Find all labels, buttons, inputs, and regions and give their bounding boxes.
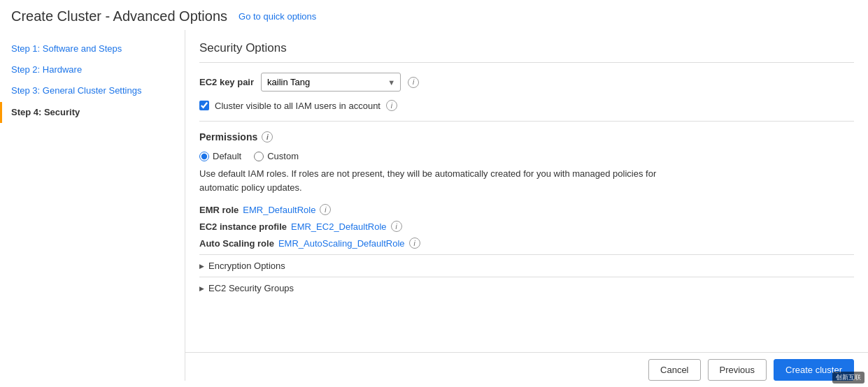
quick-options-link[interactable]: Go to quick options <box>239 11 316 22</box>
security-section-title: Security Options <box>199 30 854 63</box>
ec2-profile-link[interactable]: EMR_EC2_DefaultRole <box>291 221 387 232</box>
autoscaling-role-link[interactable]: EMR_AutoScaling_DefaultRole <box>278 238 405 249</box>
encryption-triangle-icon: ▶ <box>199 263 204 270</box>
custom-radio-label: Custom <box>267 151 299 161</box>
cluster-visible-info-icon: i <box>386 100 397 111</box>
encryption-options-label: Encryption Options <box>208 261 285 271</box>
watermark: 创新互联 <box>832 372 865 384</box>
ec2-profile-label: EC2 instance profile <box>199 221 287 232</box>
footer-bar: Cancel Previous Create cluster <box>185 352 868 387</box>
ec2-profile-info-icon: i <box>391 221 402 232</box>
cluster-visible-row: Cluster visible to all IAM users in acco… <box>199 100 854 111</box>
encryption-options-row[interactable]: ▶ Encryption Options <box>199 254 854 277</box>
page-header: Create Cluster - Advanced Options Go to … <box>0 0 868 30</box>
emr-role-link[interactable]: EMR_DefaultRole <box>243 205 315 215</box>
permissions-title: Permissions <box>199 131 257 143</box>
main-layout: Step 1: Software and Steps Step 2: Hardw… <box>0 30 868 381</box>
content-area: Security Options EC2 key pair kailin Tan… <box>185 30 868 381</box>
cancel-button[interactable]: Cancel <box>648 359 700 381</box>
ec2-security-groups-row[interactable]: ▶ EC2 Security Groups <box>199 277 854 299</box>
cluster-visible-checkbox[interactable] <box>199 101 209 110</box>
ec2-keypair-select-wrapper: kailin Tang ▼ <box>261 73 401 92</box>
custom-radio-option[interactable]: Custom <box>254 151 299 161</box>
previous-button[interactable]: Previous <box>708 359 767 381</box>
page-title: Create Cluster - Advanced Options <box>11 8 227 24</box>
divider-1 <box>199 121 854 122</box>
sidebar-item-step2[interactable]: Step 2: Hardware <box>0 59 185 80</box>
ec2-keypair-info-icon: i <box>408 77 419 88</box>
sidebar-item-step3[interactable]: Step 3: General Cluster Settings <box>0 80 185 101</box>
permissions-header: Permissions i <box>199 131 854 143</box>
permissions-info-icon: i <box>262 131 273 143</box>
ec2-profile-row: EC2 instance profile EMR_EC2_DefaultRole… <box>199 221 854 232</box>
permissions-radio-row: Default Custom <box>199 151 854 161</box>
ec2-keypair-select[interactable]: kailin Tang <box>261 73 401 92</box>
sidebar: Step 1: Software and Steps Step 2: Hardw… <box>0 30 185 381</box>
ec2-security-groups-label: EC2 Security Groups <box>208 283 294 293</box>
autoscaling-role-label: Auto Scaling role <box>199 238 274 249</box>
ec2-keypair-row: EC2 key pair kailin Tang ▼ i <box>199 73 854 92</box>
autoscaling-role-info-icon: i <box>409 238 420 249</box>
emr-role-label: EMR role <box>199 205 239 215</box>
ec2-security-groups-triangle-icon: ▶ <box>199 285 204 292</box>
autoscaling-role-row: Auto Scaling role EMR_AutoScaling_Defaul… <box>199 238 854 249</box>
ec2-keypair-label: EC2 key pair <box>199 77 254 87</box>
custom-radio[interactable] <box>254 152 264 161</box>
emr-role-info-icon: i <box>320 204 331 215</box>
default-radio-label: Default <box>213 151 241 161</box>
default-radio-option[interactable]: Default <box>199 151 241 161</box>
footer-spacer <box>199 299 854 341</box>
permissions-description: Use default IAM roles. If roles are not … <box>199 167 689 194</box>
sidebar-item-step1[interactable]: Step 1: Software and Steps <box>0 38 185 59</box>
sidebar-item-step4[interactable]: Step 4: Security <box>0 102 185 123</box>
emr-role-row: EMR role EMR_DefaultRole i <box>199 204 854 215</box>
default-radio[interactable] <box>199 152 209 161</box>
cluster-visible-label: Cluster visible to all IAM users in acco… <box>215 101 380 111</box>
